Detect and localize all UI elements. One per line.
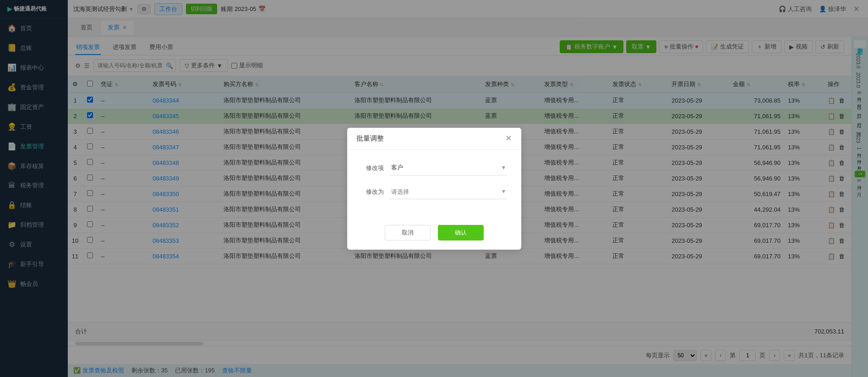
field-value: 客户 bbox=[389, 164, 501, 172]
value-input[interactable] bbox=[389, 188, 501, 195]
cancel-btn[interactable]: 取消 bbox=[385, 225, 431, 240]
field-select-wrap[interactable]: 客户 ▼ bbox=[389, 161, 507, 175]
field-dropdown-icon: ▼ bbox=[501, 164, 507, 171]
confirm-btn[interactable]: 确认 bbox=[438, 225, 484, 240]
value-label: 修改为 bbox=[362, 188, 384, 196]
modal-close-btn[interactable]: ✕ bbox=[505, 134, 512, 142]
modal-body: 修改项 客户 ▼ 修改为 ▼ bbox=[347, 150, 521, 219]
modal-title: 批量调整 bbox=[356, 134, 384, 143]
batch-adjust-modal: 批量调整 ✕ 修改项 客户 ▼ 修改为 ▼ 取消 确认 bbox=[347, 128, 521, 250]
modal-footer: 取消 确认 bbox=[347, 219, 521, 250]
value-dropdown-icon: ▼ bbox=[501, 188, 507, 195]
form-row-value: 修改为 ▼ bbox=[362, 185, 507, 199]
field-label: 修改项 bbox=[362, 164, 384, 172]
modal-header: 批量调整 ✕ bbox=[347, 128, 521, 150]
modal-overlay[interactable]: 批量调整 ✕ 修改项 客户 ▼ 修改为 ▼ 取消 确认 bbox=[0, 0, 868, 377]
value-select-wrap[interactable]: ▼ bbox=[389, 185, 507, 199]
form-row-field: 修改项 客户 ▼ bbox=[362, 161, 507, 175]
